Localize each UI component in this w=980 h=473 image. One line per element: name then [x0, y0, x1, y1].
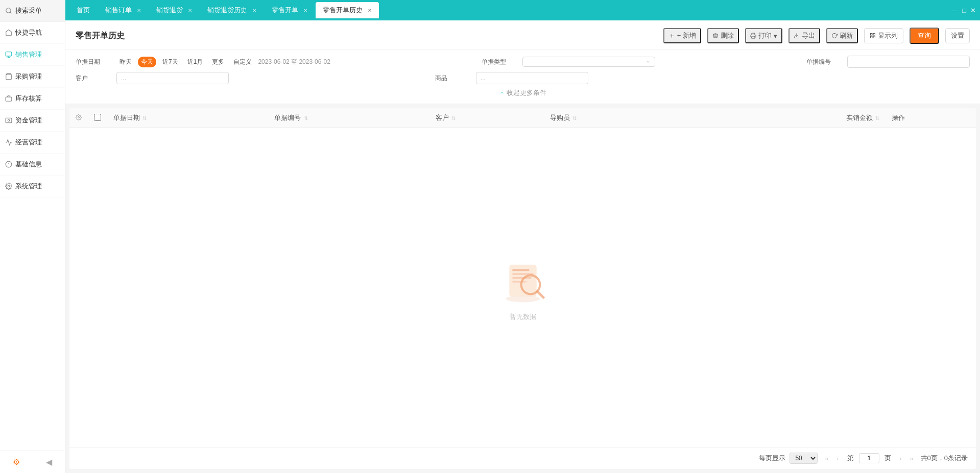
date-label: 单据日期 — [76, 58, 106, 66]
table-header-row: 单据日期 ⇅ 单据编号 ⇅ 客户 ⇅ — [69, 108, 976, 128]
page-size-label: 每页显示 — [759, 454, 785, 463]
sidebar: 搜索采单 快捷导航 销售管理 采购管理 库存核算 资金管理 经营管理 基础信息 … — [0, 0, 65, 473]
customer-select[interactable]: ... — [116, 72, 229, 84]
data-table: 单据日期 ⇅ 单据编号 ⇅ 客户 ⇅ — [69, 108, 976, 128]
tab-retail-open-history-label: 零售开单历史 — [323, 6, 363, 15]
svg-rect-15 — [871, 34, 873, 36]
collapse-btn[interactable]: 收起更多条件 — [499, 88, 546, 97]
tab-sales-return-close[interactable]: ✕ — [188, 8, 192, 13]
date-btn-more[interactable]: 更多 — [209, 57, 227, 67]
svg-line-1 — [10, 12, 12, 14]
sidebar-item-finance[interactable]: 资金管理 — [0, 110, 65, 132]
th-date: 单据日期 ⇅ — [107, 108, 268, 128]
page-number-input[interactable] — [859, 453, 879, 463]
svg-line-27 — [537, 291, 543, 297]
th-salesperson: 导购员 ⇅ — [544, 108, 682, 128]
sort-customer-icon[interactable]: ⇅ — [451, 115, 456, 121]
sort-date-icon[interactable]: ⇅ — [142, 115, 147, 121]
tab-retail-open-close[interactable]: ✕ — [303, 8, 307, 13]
sort-amount-icon[interactable]: ⇅ — [875, 115, 879, 121]
tab-retail-open-history-close[interactable]: ✕ — [368, 8, 372, 13]
svg-rect-13 — [752, 36, 755, 38]
select-all-checkbox[interactable] — [94, 114, 101, 121]
settings-icon-btn[interactable]: ⚙ — [13, 457, 20, 467]
page-label-before: 第 — [844, 453, 857, 464]
doc-type-select[interactable] — [522, 57, 655, 67]
sidebar-item-quick-nav[interactable]: 快捷导航 — [0, 22, 65, 44]
display-cols-button[interactable]: 显示列 — [864, 28, 903, 43]
tab-sales-return-history-close[interactable]: ✕ — [252, 8, 256, 13]
filter-area: 单据日期 昨天 今天 近7天 近1月 更多 自定义 2023-06-02 至 2… — [65, 49, 980, 104]
empty-illustration — [497, 254, 548, 305]
filter-row-2: 客户 ... 商品 ... — [76, 72, 970, 84]
th-customer: 客户 ⇅ — [429, 108, 544, 128]
page-prev-btn[interactable]: ‹ — [834, 454, 842, 463]
date-btn-today[interactable]: 今天 — [138, 57, 156, 67]
page-next-btn[interactable]: › — [896, 454, 904, 463]
date-btn-yesterday[interactable]: 昨天 — [116, 57, 135, 67]
table-settings-icon[interactable] — [76, 114, 82, 120]
window-close-btn[interactable]: ✕ — [970, 7, 976, 14]
tab-home-label: 首页 — [77, 6, 90, 15]
product-placeholder: ... — [481, 74, 584, 82]
sidebar-item-label-finance: 资金管理 — [15, 116, 42, 125]
tab-retail-open[interactable]: 零售开单 ✕ — [265, 2, 315, 18]
export-button[interactable]: 导出 — [788, 28, 820, 43]
product-select[interactable]: ... — [476, 72, 588, 84]
date-btn-last1m[interactable]: 近1月 — [184, 57, 206, 67]
th-amount: 实销金额 ⇅ — [725, 108, 886, 128]
tab-sales-order[interactable]: 销售订单 ✕ — [98, 2, 148, 18]
svg-rect-22 — [512, 269, 529, 271]
total-text: 共0页，0条记录 — [921, 454, 968, 463]
sidebar-item-inventory[interactable]: 库存核算 — [0, 88, 65, 110]
sidebar-search[interactable]: 搜索采单 — [0, 0, 65, 22]
sidebar-item-label-inventory: 库存核算 — [15, 94, 42, 103]
tab-sales-return[interactable]: 销货退货 ✕ — [149, 2, 199, 18]
add-button[interactable]: ＋ + 新增 — [663, 28, 701, 43]
window-restore-btn[interactable]: □ — [962, 7, 966, 14]
sidebar-bottom: ⚙ ◀ — [0, 451, 65, 473]
svg-rect-24 — [512, 277, 531, 279]
tab-sales-order-close[interactable]: ✕ — [137, 8, 141, 13]
print-dropdown-icon[interactable]: ▾ — [774, 32, 777, 40]
product-label: 商品 — [435, 74, 466, 83]
filter-row-1: 单据日期 昨天 今天 近7天 近1月 更多 自定义 2023-06-02 至 2… — [76, 56, 970, 68]
collapse-sidebar-btn[interactable]: ◀ — [46, 457, 52, 467]
doc-type-dropdown-icon — [646, 59, 651, 64]
sidebar-item-basic-info[interactable]: 基础信息 — [0, 154, 65, 176]
sidebar-item-sys-mgmt[interactable]: 系统管理 — [0, 176, 65, 197]
delete-button[interactable]: 删除 — [707, 28, 739, 43]
collapse-icon — [499, 90, 505, 95]
doc-no-label: 单据编号 — [806, 58, 837, 66]
page-size-select[interactable]: 50 10 20 100 — [790, 453, 818, 464]
tab-sales-return-history[interactable]: 销货退货历史 ✕ — [200, 2, 264, 18]
refresh-button[interactable]: 刷新 — [826, 28, 858, 43]
sort-salesperson-icon[interactable]: ⇅ — [572, 115, 577, 121]
sidebar-item-purchase-mgmt[interactable]: 采购管理 — [0, 66, 65, 88]
doc-no-input[interactable] — [847, 56, 970, 68]
svg-point-28 — [524, 279, 536, 290]
window-minimize-btn[interactable]: — — [951, 7, 958, 14]
page-title: 零售开单历史 — [76, 31, 125, 41]
settings-button[interactable]: 设置 — [945, 28, 970, 43]
tab-retail-open-history[interactable]: 零售开单历史 ✕ — [316, 2, 379, 18]
date-btn-custom[interactable]: 自定义 — [230, 57, 255, 67]
print-button[interactable]: 打印 ▾ — [745, 28, 782, 43]
sidebar-item-label-sys-mgmt: 系统管理 — [15, 182, 42, 191]
svg-point-0 — [6, 8, 11, 13]
page-nav: « ‹ 第 页 › » — [822, 453, 916, 464]
tab-sales-return-label: 销货退货 — [156, 6, 183, 15]
th-no: 单据编号 ⇅ — [268, 108, 429, 128]
customer-placeholder: ... — [121, 74, 224, 82]
sidebar-item-sales-mgmt[interactable]: 销售管理 — [0, 44, 65, 66]
tab-home[interactable]: 首页 — [69, 2, 97, 18]
sidebar-item-operations[interactable]: 经营管理 — [0, 132, 65, 154]
date-btn-last7[interactable]: 近7天 — [159, 57, 181, 67]
add-icon: ＋ — [668, 31, 675, 40]
svg-rect-7 — [6, 118, 12, 122]
page-last-btn[interactable]: » — [906, 454, 916, 463]
tab-sales-return-history-label: 销货退货历史 — [207, 6, 247, 15]
query-button[interactable]: 查询 — [910, 28, 939, 44]
page-first-btn[interactable]: « — [822, 454, 831, 463]
sort-no-icon[interactable]: ⇅ — [304, 115, 308, 121]
